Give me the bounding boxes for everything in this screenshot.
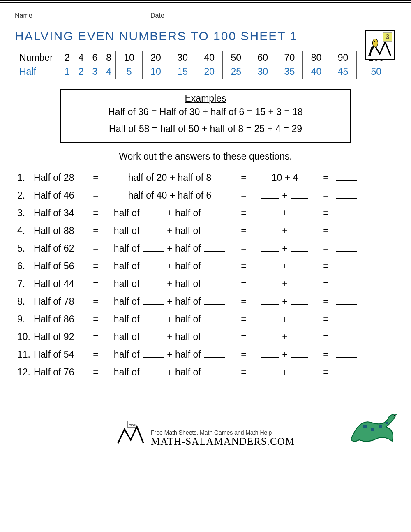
answer-blank[interactable]: [143, 216, 164, 216]
answer-blank[interactable]: [261, 234, 279, 234]
question-breakdown: half of + half of: [102, 349, 238, 360]
question-answer: [332, 349, 361, 360]
answer-blank[interactable]: [291, 269, 308, 269]
answer-blank[interactable]: [291, 216, 308, 216]
answer-blank[interactable]: [143, 340, 164, 340]
svg-rect-7: [386, 422, 388, 424]
answer-blank[interactable]: [261, 375, 279, 375]
answer-blank[interactable]: [336, 304, 357, 305]
answer-blank[interactable]: [143, 357, 164, 358]
question-row: 10.Half of 92=half of + half of = + =: [15, 328, 396, 346]
answer-blank[interactable]: [336, 269, 357, 269]
answer-blank[interactable]: [261, 251, 279, 252]
svg-text:7x5=: 7x5=: [128, 423, 136, 427]
answer-blank[interactable]: [261, 287, 279, 287]
equals-sign: =: [320, 261, 332, 272]
question-number: 4.: [15, 225, 34, 236]
answer-blank[interactable]: [336, 198, 357, 199]
answer-blank[interactable]: [204, 251, 225, 252]
equals-sign: =: [238, 314, 250, 325]
question-sum: +: [250, 296, 320, 307]
answer-blank[interactable]: [143, 375, 164, 375]
answer-blank[interactable]: [204, 375, 225, 375]
answer-blank[interactable]: [336, 340, 357, 340]
answer-blank[interactable]: [143, 234, 164, 234]
question-prompt: Half of 56: [34, 261, 90, 272]
answer-blank[interactable]: [336, 251, 357, 252]
answer-blank[interactable]: [204, 304, 225, 305]
equals-sign: =: [320, 367, 332, 378]
question-prompt: Half of 34: [34, 208, 90, 219]
ref-cell: 40: [303, 65, 330, 79]
answer-blank[interactable]: [336, 357, 357, 358]
question-sum: +: [250, 349, 320, 360]
ref-cell: 20: [196, 65, 223, 79]
answer-blank[interactable]: [291, 287, 308, 287]
question-number: 5.: [15, 243, 34, 254]
equals-sign: =: [320, 243, 332, 254]
answer-blank[interactable]: [261, 304, 279, 305]
answer-blank[interactable]: [336, 287, 357, 287]
answer-blank[interactable]: [204, 340, 225, 340]
answer-blank[interactable]: [336, 322, 357, 322]
svg-point-0: [372, 39, 378, 47]
answer-blank[interactable]: [261, 340, 279, 340]
answer-blank[interactable]: [291, 198, 308, 199]
equals-sign: =: [90, 349, 102, 360]
question-prompt: Half of 44: [34, 278, 90, 289]
question-breakdown: half of + half of: [102, 331, 238, 342]
question-number: 3.: [15, 208, 34, 219]
answer-blank[interactable]: [291, 357, 308, 358]
example-line: Half of 58 = half of 50 + half of 8 = 25…: [65, 123, 346, 134]
ref-cell: 15: [169, 65, 196, 79]
answer-blank[interactable]: [143, 322, 164, 322]
answer-blank[interactable]: [291, 340, 308, 340]
ref-cell: 2: [60, 51, 74, 65]
question-number: 10.: [15, 331, 34, 342]
header-meta: Name Date: [15, 12, 396, 23]
ref-cell: 30: [169, 51, 196, 65]
answer-blank[interactable]: [261, 198, 279, 199]
ref-cell: 50: [223, 51, 249, 65]
grade-badge: 3: [365, 30, 395, 60]
equals-sign: =: [90, 314, 102, 325]
answer-blank[interactable]: [261, 357, 279, 358]
answer-blank[interactable]: [204, 322, 225, 322]
answer-blank[interactable]: [261, 216, 279, 216]
answer-blank[interactable]: [204, 216, 225, 216]
answer-blank[interactable]: [143, 251, 164, 252]
answer-blank[interactable]: [143, 269, 164, 269]
answer-blank[interactable]: [291, 304, 308, 305]
answer-blank[interactable]: [291, 375, 308, 375]
equals-sign: =: [320, 225, 332, 236]
answer-blank[interactable]: [204, 357, 225, 358]
question-sum: +: [250, 243, 320, 254]
equals-sign: =: [320, 172, 332, 183]
answer-blank[interactable]: [204, 234, 225, 234]
question-breakdown: half of 20 + half of 8: [102, 172, 238, 183]
answer-blank[interactable]: [291, 234, 308, 234]
question-answer: [332, 190, 361, 201]
question-breakdown: half of + half of: [102, 208, 238, 219]
equals-sign: =: [90, 278, 102, 289]
answer-blank[interactable]: [143, 304, 164, 305]
svg-rect-6: [379, 425, 382, 428]
question-prompt: Half of 76: [34, 367, 90, 378]
answer-blank[interactable]: [261, 269, 279, 269]
answer-blank[interactable]: [336, 234, 357, 234]
answer-blank[interactable]: [204, 269, 225, 269]
answer-blank[interactable]: [261, 322, 279, 322]
answer-blank[interactable]: [143, 287, 164, 287]
answer-blank[interactable]: [336, 216, 357, 216]
question-row: 6.Half of 56=half of + half of = + =: [15, 258, 396, 275]
answer-blank[interactable]: [336, 375, 357, 375]
ref-cell: 50: [356, 65, 396, 79]
answer-blank[interactable]: [204, 287, 225, 287]
equals-sign: =: [238, 190, 250, 201]
answer-blank[interactable]: [291, 322, 308, 322]
answer-blank[interactable]: [336, 180, 357, 181]
answer-blank[interactable]: [291, 251, 308, 252]
questions-list: 1.Half of 28=half of 20 + half of 8=10 +…: [15, 169, 396, 382]
equals-sign: =: [238, 331, 250, 342]
examples-box: Examples Half of 36 = Half of 30 + half …: [60, 89, 351, 143]
